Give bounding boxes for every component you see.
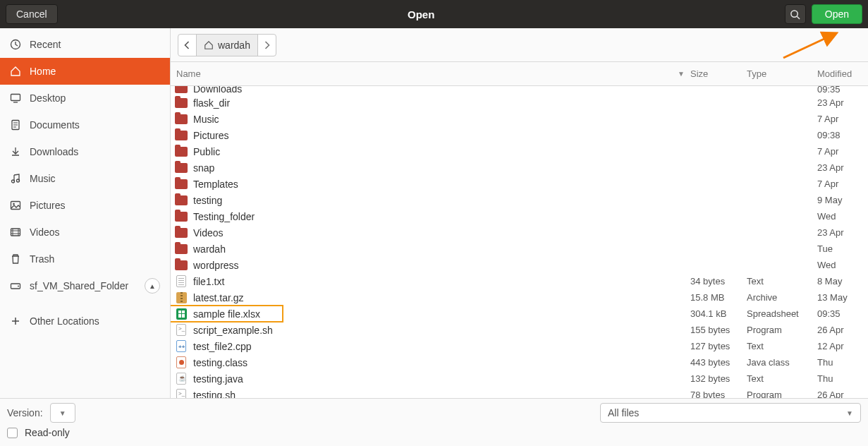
sidebar-item-sf-vm-shared-folder[interactable]: sf_VM_Shared_Folder▲ bbox=[0, 272, 170, 299]
readonly-checkbox[interactable] bbox=[7, 428, 18, 438]
file-row[interactable]: script_example.sh155 bytesProgram26 Apr bbox=[171, 322, 868, 338]
sidebar-item-music[interactable]: Music bbox=[0, 165, 170, 192]
file-modified: 12 Apr bbox=[817, 341, 868, 351]
file-row[interactable]: testing.java132 bytesTextThu bbox=[171, 370, 868, 387]
sidebar-item-recent[interactable]: Recent bbox=[0, 31, 170, 58]
file-row[interactable]: file1.txt34 bytesText8 May bbox=[171, 273, 868, 289]
file-name: Testing_folder bbox=[193, 211, 690, 222]
file-type: Text bbox=[747, 276, 817, 287]
file-type: Spreadsheet bbox=[747, 308, 817, 319]
file-modified: 7 Apr bbox=[817, 114, 868, 124]
version-label: Version: bbox=[7, 407, 43, 418]
file-row[interactable]: sample file.xlsx304.1 kBSpreadsheet09:35 bbox=[171, 306, 868, 322]
file-row[interactable]: Templates7 Apr bbox=[171, 176, 868, 192]
file-modified: 23 Apr bbox=[817, 162, 868, 173]
file-row[interactable]: wardahTue bbox=[171, 241, 868, 257]
sidebar-item-pictures[interactable]: Pictures bbox=[0, 192, 170, 219]
file-row[interactable]: latest.tar.gz15.8 MBArchive13 May bbox=[171, 289, 868, 306]
sidebar-item-downloads[interactable]: Downloads bbox=[0, 138, 170, 165]
file-row[interactable]: test_file2.cpp127 bytesText12 Apr bbox=[171, 338, 868, 354]
sidebar-item-videos[interactable]: Videos bbox=[0, 219, 170, 246]
file-row[interactable]: Videos23 Apr bbox=[171, 224, 868, 241]
path-back-button[interactable] bbox=[178, 35, 197, 56]
folder-icon bbox=[175, 243, 188, 255]
file-size: 132 bytes bbox=[690, 373, 747, 384]
xls-icon bbox=[175, 308, 188, 320]
plus-icon bbox=[10, 315, 21, 327]
file-row[interactable]: Pictures09:38 bbox=[171, 127, 868, 143]
sidebar-item-label: Videos bbox=[30, 227, 60, 238]
column-name[interactable]: Name▼ bbox=[175, 68, 690, 79]
file-row[interactable]: testing.sh78 bytesProgram26 Apr bbox=[171, 387, 868, 398]
filetype-filter-select[interactable]: All files ▼ bbox=[600, 403, 861, 423]
file-modified: 13 May bbox=[817, 292, 868, 303]
file-modified: Tue bbox=[817, 243, 868, 254]
file-row[interactable]: snap23 Apr bbox=[171, 159, 868, 176]
file-name: Downloads bbox=[193, 86, 690, 95]
version-select[interactable]: ▼ bbox=[50, 403, 75, 423]
home-icon bbox=[204, 40, 214, 50]
svg-point-0 bbox=[791, 10, 797, 16]
file-name: latest.tar.gz bbox=[193, 292, 690, 303]
file-name: testing.class bbox=[193, 357, 690, 368]
file-modified: 7 Apr bbox=[817, 179, 868, 189]
column-size[interactable]: Size bbox=[690, 68, 747, 79]
prog-icon bbox=[175, 324, 188, 337]
sidebar-item-label: Other Locations bbox=[30, 315, 99, 327]
file-type: Archive bbox=[747, 292, 817, 303]
folder-icon bbox=[175, 129, 188, 142]
search-button[interactable] bbox=[785, 4, 806, 24]
sidebar-item-other-locations[interactable]: Other Locations bbox=[0, 308, 170, 334]
file-type: Program bbox=[747, 325, 817, 335]
docs-icon bbox=[10, 119, 21, 131]
title-bar: Cancel Open Open bbox=[0, 0, 868, 28]
eject-button[interactable]: ▲ bbox=[145, 278, 160, 294]
file-name: Pictures bbox=[193, 130, 690, 141]
svg-rect-9 bbox=[11, 229, 20, 236]
file-name: Videos bbox=[193, 227, 690, 239]
column-type[interactable]: Type bbox=[747, 68, 817, 79]
open-button[interactable]: Open bbox=[812, 4, 862, 24]
footer-bar: Version: ▼ All files ▼ Read-only bbox=[0, 398, 868, 446]
chevron-left-icon bbox=[184, 41, 190, 49]
path-current-segment[interactable]: wardah bbox=[197, 35, 258, 56]
path-forward-button[interactable] bbox=[258, 35, 276, 56]
file-size: 127 bytes bbox=[690, 341, 747, 351]
folder-icon bbox=[175, 113, 188, 126]
sidebar-item-label: Pictures bbox=[30, 200, 66, 211]
file-row[interactable]: testing9 May bbox=[171, 192, 868, 208]
chevron-right-icon bbox=[264, 41, 270, 49]
file-row[interactable]: Music7 Apr bbox=[171, 111, 868, 127]
file-row[interactable]: flask_dir23 Apr bbox=[171, 95, 868, 111]
folder-icon bbox=[175, 86, 188, 95]
sidebar-item-desktop[interactable]: Desktop bbox=[0, 85, 170, 112]
file-row[interactable]: Downloads09:35 bbox=[171, 86, 868, 95]
sidebar-item-documents[interactable]: Documents bbox=[0, 112, 170, 138]
pictures-icon bbox=[10, 200, 21, 211]
sidebar-item-trash[interactable]: Trash bbox=[0, 246, 170, 272]
sidebar-item-home[interactable]: Home bbox=[0, 58, 170, 85]
file-row[interactable]: Public7 Apr bbox=[171, 143, 868, 159]
file-row[interactable]: testing.class443 bytesJava classThu bbox=[171, 354, 868, 370]
cpp-icon bbox=[175, 340, 188, 353]
file-modified: 23 Apr bbox=[817, 97, 868, 108]
folder-icon bbox=[175, 194, 188, 207]
file-name: file1.txt bbox=[193, 276, 690, 287]
column-name-label: Name bbox=[176, 68, 201, 79]
folder-icon bbox=[175, 227, 188, 239]
file-list[interactable]: Downloads09:35flask_dir23 AprMusic7 AprP… bbox=[171, 86, 868, 398]
path-bar: wardah bbox=[171, 28, 868, 62]
file-row[interactable]: wordpressWed bbox=[171, 257, 868, 273]
chevron-down-icon: ▼ bbox=[59, 409, 66, 417]
column-modified[interactable]: Modified bbox=[817, 68, 868, 79]
dialog-title: Open bbox=[63, 8, 779, 20]
desktop-icon bbox=[10, 92, 21, 104]
videos-icon bbox=[10, 227, 21, 238]
readonly-label: Read-only bbox=[25, 427, 70, 438]
cancel-button[interactable]: Cancel bbox=[6, 4, 58, 24]
file-size: 443 bytes bbox=[690, 357, 747, 368]
file-name: snap bbox=[193, 162, 690, 174]
folder-icon bbox=[175, 162, 188, 174]
downloads-icon bbox=[10, 146, 21, 157]
file-row[interactable]: Testing_folderWed bbox=[171, 208, 868, 224]
